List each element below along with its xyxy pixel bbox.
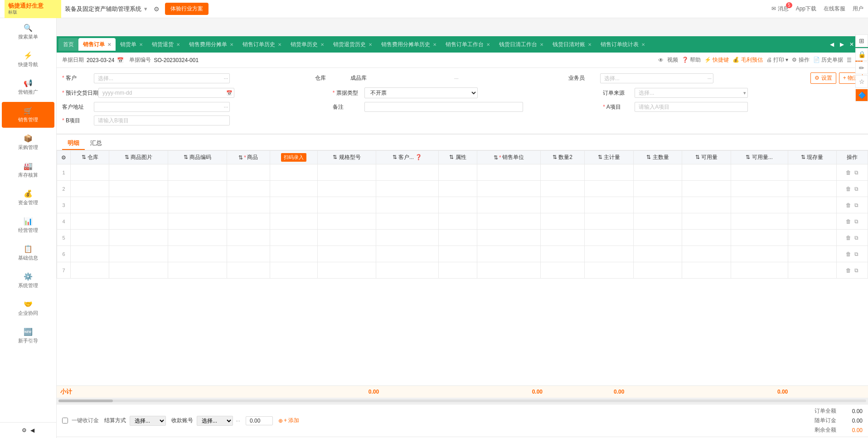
b-project-input[interactable]	[94, 116, 230, 125]
settings-btn[interactable]: ⚙ 设置	[810, 72, 836, 84]
tab-sales-order-history[interactable]: 销售订单历史 ✕	[238, 38, 286, 51]
delivery-date-input[interactable]	[98, 88, 234, 98]
copy-row-icon[interactable]: ⧉	[854, 235, 858, 241]
add-payment-button[interactable]: ⊕ + 添加	[278, 417, 299, 424]
copy-row-icon[interactable]: ⧉	[854, 186, 858, 192]
tab-sales-return[interactable]: 销货退货 ✕	[147, 38, 184, 51]
payment-amount-input[interactable]	[246, 416, 273, 425]
tab-close-icon[interactable]: ✕	[540, 42, 543, 47]
tab-delivery-history[interactable]: 销货单历史 ✕	[286, 38, 329, 51]
tab-close-icon[interactable]: ✕	[278, 42, 281, 47]
row-main-qty[interactable]	[633, 164, 682, 181]
copy-row-icon[interactable]: ⧉	[854, 218, 858, 225]
tab-home[interactable]: 首页	[58, 38, 78, 51]
sidebar-item-search[interactable]: 🔍 搜索菜单	[2, 19, 54, 45]
scroll-track[interactable]	[58, 399, 866, 402]
sidebar-item-basic[interactable]: 📋 基础信息	[2, 240, 54, 266]
calendar-icon[interactable]: 📅	[117, 57, 124, 63]
sidebar-item-system[interactable]: ⚙️ 系统管理	[2, 268, 54, 294]
sidebar-item-sales[interactable]: 🛒 销售管理	[2, 102, 54, 128]
messages-badge[interactable]: ✉ 消息 5	[771, 5, 788, 13]
delete-row-icon[interactable]: 🗑	[846, 251, 851, 257]
operations-btn[interactable]: ⚙ 操作	[792, 56, 809, 64]
tab-next-button[interactable]: ▶	[837, 40, 846, 49]
sidebar-item-guide[interactable]: 🆕 新手引导	[2, 323, 54, 349]
tab-close-icon[interactable]: ✕	[230, 42, 233, 47]
delete-row-icon[interactable]: 🗑	[846, 169, 851, 176]
row-customer-code[interactable]	[376, 164, 439, 181]
copy-row-icon[interactable]: ⧉	[854, 169, 858, 176]
delete-row-icon[interactable]: 🗑	[846, 202, 851, 208]
tab-cash-daily[interactable]: 钱货日清工作台 ✕	[495, 38, 548, 51]
industry-solution-button[interactable]: 体验行业方案	[165, 3, 209, 15]
history-btn[interactable]: 📄 历史单据	[813, 56, 843, 64]
row-sales-unit[interactable]	[477, 164, 540, 181]
user-info[interactable]: 用户	[853, 5, 863, 13]
row-qty2[interactable]	[540, 164, 585, 181]
a-project-input[interactable]	[635, 102, 748, 112]
app-download-link[interactable]: App下载	[796, 5, 816, 13]
col-settings[interactable]: ⚙	[57, 151, 71, 164]
tab-close-icon[interactable]: ✕	[433, 42, 436, 47]
profit-btn[interactable]: 💰 毛利预估	[732, 56, 762, 64]
tab-close-icon[interactable]: ✕	[176, 42, 180, 47]
row-warehouse[interactable]	[71, 164, 109, 181]
right-btn-edit[interactable]: ✏	[855, 62, 868, 74]
row-product-name[interactable]	[227, 164, 270, 181]
customer-more-icon[interactable]: ···	[224, 76, 228, 81]
account-more-icon[interactable]: ···	[236, 418, 240, 424]
scroll-thumb[interactable]	[58, 399, 113, 402]
list-view-icon[interactable]: ☰	[847, 57, 852, 63]
tab-detail[interactable]: 明细	[62, 137, 85, 150]
sidebar-item-purchase[interactable]: 📦 采购管理	[2, 130, 54, 155]
order-source-input[interactable]	[635, 88, 748, 98]
date-picker-icon[interactable]: 📅	[226, 90, 233, 96]
sidebar-settings-icon[interactable]: ⚙	[22, 427, 27, 433]
tab-close-icon[interactable]: ✕	[641, 42, 645, 47]
staff-more-icon[interactable]: ···	[708, 76, 712, 81]
row-product-code[interactable]	[168, 164, 227, 181]
tab-sales-delivery[interactable]: 销货单 ✕	[116, 38, 147, 51]
tab-sales-order[interactable]: 销售订单 ✕	[78, 38, 116, 51]
tab-sales-expense-split[interactable]: 销售费用分摊单 ✕	[184, 38, 238, 51]
tab-close-icon[interactable]: ✕	[320, 42, 324, 47]
copy-row-icon[interactable]: ⧉	[854, 251, 858, 257]
sidebar-item-quick-nav[interactable]: ⚡ 快捷导航	[2, 47, 54, 72]
settings-icon[interactable]: ⚙	[154, 5, 160, 13]
staff-input[interactable]	[600, 73, 713, 83]
remark-input[interactable]	[364, 102, 523, 112]
right-btn-orange[interactable]: 🔷	[855, 89, 868, 101]
account-select[interactable]: 选择...	[197, 416, 233, 426]
tab-close-icon[interactable]: ✕	[486, 42, 490, 47]
dropdown-arrow-icon[interactable]: ▾	[144, 5, 147, 12]
sidebar-item-marketing[interactable]: 📢 营销推广	[2, 74, 54, 100]
scan-entry-button[interactable]: 扫码录入	[281, 153, 306, 162]
delete-row-icon[interactable]: 🗑	[846, 267, 851, 274]
right-btn-star[interactable]: ☆	[855, 75, 868, 88]
tab-return-history[interactable]: 销货退货历史 ✕	[329, 38, 377, 51]
one-click-checkbox[interactable]	[62, 418, 68, 424]
sidebar-item-finance[interactable]: 💰 资金管理	[2, 185, 54, 211]
tab-close-icon[interactable]: ✕	[107, 42, 111, 47]
tab-prev-button[interactable]: ◀	[827, 40, 836, 49]
row-spec[interactable]	[317, 164, 376, 181]
view-btn[interactable]: 视频	[667, 56, 678, 64]
tab-close-icon[interactable]: ✕	[369, 42, 372, 47]
warehouse-more-icon[interactable]: ···	[454, 76, 458, 81]
delete-row-icon[interactable]: 🗑	[846, 186, 851, 192]
settlement-select[interactable]: 选择...	[130, 416, 166, 426]
tab-close-icon[interactable]: ✕	[139, 42, 143, 47]
address-more-icon[interactable]: ···	[224, 104, 228, 110]
sidebar-item-operations[interactable]: 📊 经营管理	[2, 212, 54, 238]
row-product-image[interactable]	[109, 164, 168, 181]
tab-close-icon[interactable]: ✕	[588, 42, 592, 47]
tab-sales-stats[interactable]: 销售订单统计表 ✕	[596, 38, 650, 51]
tab-cash-reconcile[interactable]: 钱货日清对账 ✕	[548, 38, 596, 51]
row-attributes[interactable]	[438, 164, 477, 181]
right-btn-lock[interactable]: 🔒	[855, 48, 868, 61]
tab-expense-history[interactable]: 销售费用分摊单历史 ✕	[377, 38, 441, 51]
customer-address-input[interactable]	[94, 102, 230, 112]
order-source-dropdown-icon[interactable]: ▾	[743, 90, 746, 96]
help-btn[interactable]: ❓ 帮助	[682, 56, 701, 64]
invoice-type-select[interactable]: 不开票 增值税普通发票 增值税专用发票	[364, 87, 478, 98]
